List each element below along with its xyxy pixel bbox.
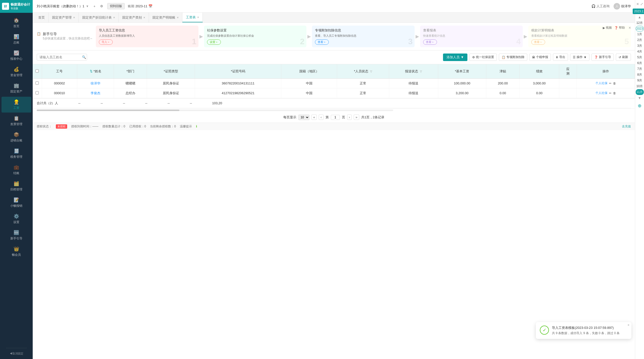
- month-item-6[interactable]: 5月: [636, 55, 644, 60]
- month-item-3[interactable]: 2月: [636, 37, 644, 43]
- month-item-4[interactable]: 3月: [636, 43, 644, 49]
- tab-固定资产折旧统计表[interactable]: 固定资产折旧统计表×: [79, 13, 119, 22]
- month-item-8[interactable]: 7月: [636, 66, 644, 72]
- operate-btn[interactable]: ☰ 操作 ▼: [570, 54, 589, 61]
- month-item-10[interactable]: 9月: [636, 78, 644, 83]
- notif-close-btn[interactable]: ×: [627, 323, 629, 327]
- step-btn-0[interactable]: 导入＞: [99, 39, 113, 45]
- sidebar-item-总账[interactable]: 📊 总账: [2, 31, 31, 47]
- search-icon[interactable]: 🔍: [82, 55, 86, 59]
- tab-close-3[interactable]: ×: [143, 16, 145, 19]
- sidebar-item-小畅报销[interactable]: 📝 小畅报销: [2, 195, 31, 211]
- sidebar-item-固定资产[interactable]: 🏢 固定资产: [2, 80, 31, 96]
- year-down-arrow[interactable]: ▼: [638, 96, 641, 100]
- tab-固定资产类别[interactable]: 固定资产类别×: [119, 13, 149, 22]
- sidebar-item-报表中心[interactable]: 📈 报表中心: [2, 48, 31, 64]
- action-delete-1[interactable]: 🗑: [613, 91, 616, 95]
- month-item-0[interactable]: 12月: [636, 20, 644, 26]
- month-item-7[interactable]: 6月: [636, 60, 644, 66]
- panel-expand-btn[interactable]: ⤢: [640, 2, 643, 6]
- recharge-link[interactable]: 去充值: [622, 124, 631, 129]
- last-page-btn[interactable]: »: [354, 115, 359, 120]
- add-account-btn[interactable]: ＋: [92, 3, 97, 10]
- wizard-guide-btn[interactable]: ❓ 新手引导: [591, 54, 614, 61]
- tab-close-5[interactable]: ×: [197, 16, 199, 19]
- checkbox-1[interactable]: [35, 91, 39, 94]
- expand-panel-btn[interactable]: ⊕: [638, 103, 641, 109]
- wizard-steps: 导入员工工资信息 人员信息及工资数据新增导入 导入＞ 1 ▶ 社保参数设置 完成…: [96, 26, 631, 47]
- account-selector[interactable]: 刘小艳演示账套（勿删勿动！）1 ▼: [37, 4, 89, 9]
- row-checkbox-0[interactable]: [33, 78, 42, 88]
- prev-page-btn[interactable]: ‹: [319, 115, 323, 120]
- month-item-5[interactable]: 4月: [636, 49, 644, 55]
- year-label-1[interactable]: 2023: [636, 26, 644, 31]
- action-edit-0[interactable]: ✏: [609, 82, 612, 85]
- select-all-checkbox[interactable]: [35, 69, 39, 73]
- step-btn-4[interactable]: 查看＞: [531, 39, 545, 45]
- action-edit-1[interactable]: ✏: [609, 91, 612, 95]
- first-page-btn[interactable]: «: [311, 115, 317, 120]
- sidebar-item-新手引导[interactable]: 🆕 新手引导: [2, 227, 31, 243]
- month-item-2[interactable]: 1月: [636, 31, 644, 37]
- page-input[interactable]: [331, 115, 340, 120]
- social-insurance-btn[interactable]: ⚙ 统一社保设置: [469, 54, 497, 61]
- add-person-btn[interactable]: 添加人员 ▼: [443, 54, 467, 61]
- period-selector[interactable]: 账期 2023-11 📅: [128, 4, 152, 9]
- sort-icon[interactable]: ⇅: [90, 69, 93, 73]
- sidebar-item-归档管理[interactable]: 🗂️ 归档管理: [2, 178, 31, 194]
- version-switch-btn[interactable]: 切到旧版: [107, 3, 125, 9]
- year-up-arrow[interactable]: ▲: [638, 15, 641, 19]
- name-link-0[interactable]: 徐泽华: [91, 81, 100, 85]
- tab-首页[interactable]: 首页: [35, 13, 49, 22]
- row-checkbox-1[interactable]: [33, 88, 42, 98]
- action-delete-0[interactable]: 🗑: [613, 82, 616, 85]
- report-filter-icon[interactable]: ▽: [420, 70, 422, 73]
- name-link-1[interactable]: 李俊杰: [91, 91, 100, 95]
- sidebar-item-首页[interactable]: 🏠 首页: [2, 15, 31, 31]
- sidebar-item-结账[interactable]: 💼 结账: [2, 162, 31, 178]
- sidebar-icon-4: 🏢: [14, 83, 19, 88]
- refresh-btn[interactable]: ↺ 刷新: [616, 54, 631, 61]
- sidebar-item-设置[interactable]: ⚙️ 设置: [2, 211, 31, 227]
- page-size-select[interactable]: 10 20 50: [298, 115, 309, 120]
- sidebar-icon-0: 🏠: [14, 18, 19, 23]
- status-filter-icon[interactable]: ▽: [370, 70, 372, 73]
- action-social-1[interactable]: 个人社保: [595, 91, 608, 95]
- search-input[interactable]: [37, 54, 87, 61]
- checkbox-0[interactable]: [35, 81, 39, 85]
- step-btn-2[interactable]: 查看＞: [315, 39, 329, 45]
- user-menu[interactable]: 人 徐泽华: [614, 3, 631, 10]
- cell-report-0: 待报送: [389, 78, 438, 88]
- sidebar-item-畅会员[interactable]: 👑 畅会员: [2, 244, 31, 260]
- sidebar-item-进销台账[interactable]: 📦 进销台账: [2, 129, 31, 145]
- deduction-btn[interactable]: 📋 专项附加扣除: [499, 54, 527, 61]
- month-item-9[interactable]: 8月: [636, 72, 644, 78]
- tab-close-1[interactable]: ×: [73, 16, 75, 19]
- action-social-0[interactable]: 个人社保: [595, 81, 608, 85]
- tab-close-2[interactable]: ×: [113, 16, 115, 19]
- export-btn[interactable]: ⬇ 导出: [553, 54, 568, 61]
- help-video-btn[interactable]: ▶ 视频: [603, 26, 612, 30]
- tab-工资表[interactable]: 工资表×: [182, 13, 203, 22]
- tab-固定资产明细账[interactable]: 固定资产明细账×: [149, 13, 182, 22]
- help-doc-btn[interactable]: ❓ 帮助: [614, 26, 625, 30]
- sidebar-item-发票管理[interactable]: 📋 发票管理: [2, 113, 31, 129]
- support-btn[interactable]: 🎧 人工咨询: [591, 4, 610, 9]
- month-item-12[interactable]: 11月: [636, 89, 644, 95]
- sidebar-item-资金管理[interactable]: 💰 资金管理: [2, 64, 31, 80]
- next-page-btn[interactable]: ›: [347, 115, 352, 120]
- table-row: 000010 李俊杰 总经办 居民身份证 412702198206290521 …: [33, 88, 635, 98]
- tab-固定资产管理[interactable]: 固定资产管理×: [49, 13, 79, 22]
- wizard-close-btn[interactable]: ×: [629, 26, 631, 30]
- tax-report-btn[interactable]: 🏛 个税申报: [529, 54, 551, 61]
- step-btn-1[interactable]: 设置＞: [207, 39, 221, 45]
- notif-success-icon: ✓: [540, 326, 549, 335]
- settings-icon[interactable]: ⚙: [99, 3, 104, 9]
- sidebar-collapse-btn[interactable]: ◀取消固定: [8, 350, 25, 357]
- sidebar-item-工资[interactable]: 👷 工资: [2, 97, 31, 113]
- panel-close-btn[interactable]: ✕: [636, 2, 639, 6]
- step-btn-3[interactable]: 查看＞: [423, 39, 437, 45]
- tab-close-4[interactable]: ×: [177, 16, 179, 19]
- sidebar-item-税务管理[interactable]: 🧾 税务管理: [2, 146, 31, 162]
- month-item-11[interactable]: 10月: [636, 83, 644, 89]
